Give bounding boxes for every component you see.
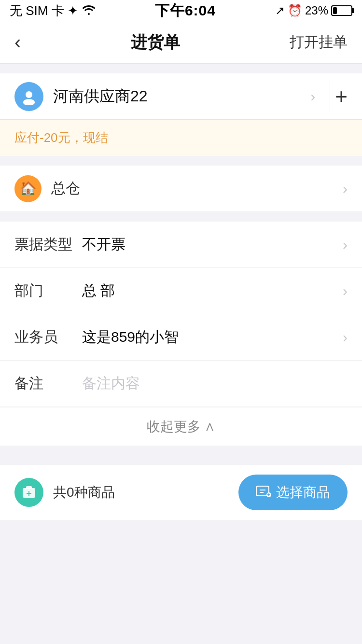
warehouse-row[interactable]: 🏠 总仓 ›: [0, 166, 362, 212]
section-gap-4: [0, 446, 362, 455]
section-gap-1: [0, 64, 362, 73]
warehouse-arrow-icon: ›: [343, 181, 348, 197]
salesperson-label: 业务员: [14, 327, 82, 347]
status-right: ↗ ⏰ 23%: [275, 4, 352, 17]
supplier-avatar: [14, 82, 43, 111]
warehouse-icon: 🏠: [20, 181, 37, 196]
svg-point-0: [26, 91, 32, 98]
invoice-label: 票据类型: [14, 235, 82, 254]
status-left: 无 SIM 卡 ✦: [10, 2, 96, 19]
nav-bar: ‹ 进货单 打开挂单: [0, 21, 362, 64]
form-section: 票据类型 不开票 › 部门 总 部 › 业务员 这是859的小智 › 备注 备注…: [0, 222, 362, 446]
sim-text: 无 SIM 卡 ✦: [10, 2, 78, 19]
salesperson-row[interactable]: 业务员 这是859的小智 ›: [0, 314, 362, 361]
content: 河南供应商22 › + 应付-20元，现结 🏠 总仓 › 票据类型 不开票 › …: [0, 64, 362, 520]
battery-percent: 23%: [305, 4, 328, 17]
invoice-row[interactable]: 票据类型 不开票 ›: [0, 222, 362, 268]
supplier-name: 河南供应商22: [53, 86, 310, 107]
supplier-arrow-icon: ›: [310, 88, 315, 105]
open-pending-button[interactable]: 打开挂单: [290, 32, 348, 52]
wifi-icon: [82, 3, 96, 18]
supplier-row[interactable]: 河南供应商22 › +: [0, 73, 362, 120]
select-button-label: 选择商品: [276, 483, 330, 502]
collapse-row[interactable]: 收起更多 ∧: [0, 407, 362, 446]
divider-vertical: [330, 82, 330, 111]
clock-icon: ⏰: [288, 4, 302, 17]
product-icon-wrap: [14, 478, 43, 507]
warehouse-name: 总仓: [51, 179, 343, 198]
product-count-text: 共0种商品: [53, 483, 229, 502]
svg-rect-3: [26, 486, 32, 489]
salesperson-arrow-icon: ›: [343, 329, 348, 346]
section-gap-3: [0, 212, 362, 222]
remark-label: 备注: [14, 374, 82, 393]
supplier-section: 河南供应商22 › + 应付-20元，现结: [0, 73, 362, 156]
warehouse-icon-wrap: 🏠: [14, 175, 42, 202]
dept-arrow-icon: ›: [343, 283, 348, 299]
invoice-arrow-icon: ›: [343, 237, 348, 253]
bottom-bar: 共0种商品 选择商品: [0, 465, 362, 520]
svg-point-1: [23, 99, 35, 105]
remark-input[interactable]: 备注内容: [82, 374, 348, 393]
section-gap-2: [0, 156, 362, 166]
select-icon: [256, 484, 271, 501]
location-icon: ↗: [275, 4, 285, 17]
invoice-value: 不开票: [82, 235, 343, 254]
battery-icon: [331, 5, 352, 16]
back-button[interactable]: ‹: [14, 31, 21, 53]
page-title: 进货单: [131, 31, 180, 54]
select-product-button[interactable]: 选择商品: [238, 475, 348, 510]
salesperson-value: 这是859的小智: [82, 327, 343, 347]
status-bar: 无 SIM 卡 ✦ 下午6:04 ↗ ⏰ 23%: [0, 0, 362, 21]
dept-row[interactable]: 部门 总 部 ›: [0, 268, 362, 314]
remark-row[interactable]: 备注 备注内容: [0, 361, 362, 407]
status-time: 下午6:04: [155, 1, 216, 21]
dept-value: 总 部: [82, 281, 343, 301]
add-supplier-button[interactable]: +: [335, 86, 348, 107]
dept-label: 部门: [14, 281, 82, 301]
collapse-label: 收起更多 ∧: [147, 418, 216, 436]
alert-banner: 应付-20元，现结: [0, 120, 362, 156]
